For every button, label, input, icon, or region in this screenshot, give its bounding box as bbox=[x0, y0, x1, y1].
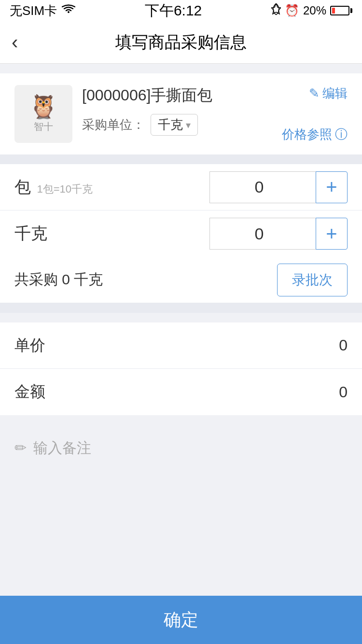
kg-label: 千克 bbox=[14, 224, 47, 242]
unit-value: 千克 bbox=[158, 116, 183, 133]
bao-label: 包 bbox=[14, 178, 31, 196]
summary-prefix: 共采购 bbox=[14, 271, 58, 287]
batch-button[interactable]: 录批次 bbox=[277, 264, 348, 296]
product-owl-icon: 🦉 bbox=[29, 95, 58, 118]
pencil-icon: ✏ bbox=[14, 439, 27, 456]
unit-price-label: 单价 bbox=[14, 335, 45, 356]
product-name: [0000006]手撕面包 bbox=[82, 85, 348, 106]
edit-button[interactable]: ✎ 编辑 bbox=[309, 85, 348, 102]
summary-unit: 千克 bbox=[74, 271, 103, 287]
amount-label: 金额 bbox=[14, 381, 45, 403]
page-title: 填写商品采购信息 bbox=[115, 31, 247, 54]
back-button[interactable]: ‹ bbox=[12, 31, 18, 53]
location-icon bbox=[271, 3, 281, 18]
kg-controls: + bbox=[209, 218, 348, 250]
kg-plus-button[interactable]: + bbox=[316, 218, 348, 250]
alarm-icon: ⏰ bbox=[285, 4, 299, 17]
product-card: 🦉 智十 [0000006]手撕面包 采购单位： 千克 ▾ ✎ 编辑 价格参照 … bbox=[0, 73, 362, 154]
bao-label-group: 包 1包=10千克 bbox=[14, 176, 209, 198]
wifi-icon bbox=[62, 3, 75, 18]
purchase-unit-label: 采购单位： bbox=[82, 116, 145, 133]
status-time: 下午6:12 bbox=[145, 1, 202, 21]
product-thumbnail: 🦉 智十 bbox=[14, 85, 72, 143]
section-divider-2 bbox=[0, 303, 362, 313]
bao-controls: + bbox=[209, 171, 348, 203]
help-icon: ⓘ bbox=[335, 126, 348, 143]
summary-text: 共采购 0 千克 bbox=[14, 270, 103, 290]
status-bar-right: ⏰ 20% bbox=[271, 3, 352, 18]
battery-percent: 20% bbox=[303, 4, 326, 17]
carrier-label: 无SIM卡 bbox=[10, 2, 57, 19]
bao-input-row: 包 1包=10千克 + bbox=[0, 164, 362, 210]
notes-section[interactable]: ✏ 输入备注 bbox=[0, 425, 362, 473]
nav-bar: ‹ 填写商品采购信息 bbox=[0, 21, 362, 64]
kg-label-group: 千克 bbox=[14, 223, 209, 245]
bao-sublabel: 1包=10千克 bbox=[37, 183, 93, 195]
price-section: 单价 0 金额 0 bbox=[0, 322, 362, 415]
unit-dropdown[interactable]: 千克 ▾ bbox=[151, 114, 198, 136]
summary-row: 共采购 0 千克 录批次 bbox=[0, 257, 362, 303]
notes-placeholder: 输入备注 bbox=[33, 438, 91, 458]
kg-input[interactable] bbox=[209, 218, 316, 250]
status-bar-left: 无SIM卡 bbox=[10, 2, 75, 19]
amount-row: 金额 0 bbox=[0, 369, 362, 415]
price-ref-label: 价格参照 bbox=[282, 126, 332, 143]
edit-label: 编辑 bbox=[322, 85, 348, 102]
bao-plus-button[interactable]: + bbox=[316, 171, 348, 203]
content-spacer bbox=[0, 473, 362, 570]
dropdown-arrow-icon: ▾ bbox=[186, 119, 191, 131]
price-reference-button[interactable]: 价格参照 ⓘ bbox=[282, 126, 348, 143]
section-divider-1 bbox=[0, 154, 362, 164]
input-section: 包 1包=10千克 + 千克 + bbox=[0, 164, 362, 257]
bao-input[interactable] bbox=[209, 171, 316, 203]
battery-icon bbox=[330, 6, 352, 15]
amount-value: 0 bbox=[339, 383, 348, 401]
unit-price-value: 0 bbox=[339, 336, 348, 354]
edit-icon: ✎ bbox=[309, 86, 320, 101]
confirm-button[interactable]: 确定 bbox=[0, 596, 362, 644]
unit-price-row: 单价 0 bbox=[0, 322, 362, 369]
status-bar: 无SIM卡 下午6:12 ⏰ 20% bbox=[0, 0, 362, 21]
summary-amount: 0 bbox=[62, 271, 70, 287]
kg-input-row: 千克 + bbox=[0, 210, 362, 257]
product-owl-label: 智十 bbox=[34, 120, 53, 133]
